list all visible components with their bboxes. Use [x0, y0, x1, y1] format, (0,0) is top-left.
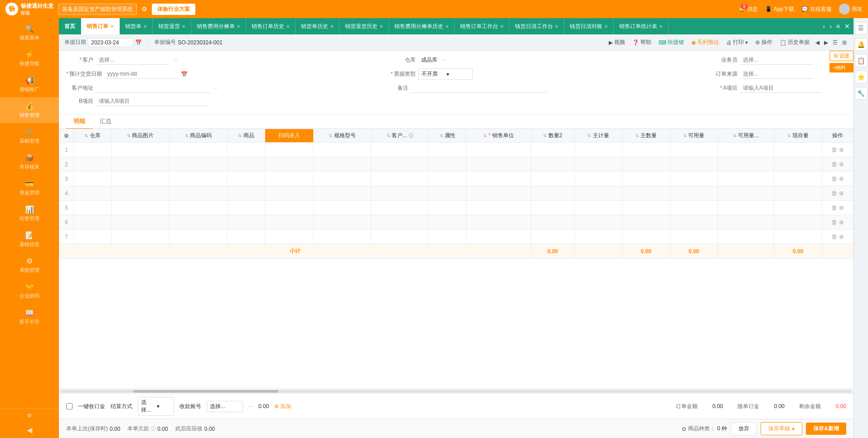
row-available2[interactable]	[718, 186, 774, 201]
add-payment-btn[interactable]: ⊕ 添加	[274, 403, 291, 410]
tab-close-stats[interactable]: ✕	[659, 24, 663, 29]
row-product[interactable]	[227, 157, 265, 172]
row-current-stock[interactable]	[774, 230, 822, 244]
system-name[interactable]: 装备及固定资产辅助管理系统	[58, 4, 137, 15]
tab-close-reconcile[interactable]: ✕	[604, 24, 608, 29]
tab-close-return-history[interactable]: ✕	[379, 24, 383, 29]
tab-close-sales-order[interactable]: ✕	[110, 24, 114, 29]
grid-view-btn[interactable]: ☰	[831, 38, 839, 47]
help-btn[interactable]: ❓ 帮助	[630, 38, 654, 47]
th-unit[interactable]: ⇅ * 销售单位	[466, 129, 531, 143]
row-attributes[interactable]	[429, 201, 466, 215]
profit-btn[interactable]: ◉ 毛利预估	[689, 38, 722, 47]
sidebar-item-sales[interactable]: 💰 销售管理	[0, 97, 59, 123]
row-scan[interactable]	[265, 172, 313, 186]
tab-sales-invoice[interactable]: 销货单 ✕	[120, 18, 153, 34]
th-current-stock[interactable]: ⇅ 现存量	[774, 129, 822, 143]
row-product-code[interactable]	[169, 157, 227, 172]
tab-invoice-history[interactable]: 销货单历史 ✕	[296, 18, 339, 34]
row-available2[interactable]	[718, 143, 774, 157]
row-customer-code[interactable]	[371, 201, 429, 215]
row-spec[interactable]	[313, 157, 371, 172]
th-available[interactable]: ⇅ 可用量	[670, 129, 718, 143]
save-new-btn[interactable]: 保存&新增	[806, 423, 846, 435]
row-delete-icon[interactable]: 🗑	[831, 190, 837, 197]
row-available2[interactable]	[718, 230, 774, 244]
row-attributes[interactable]	[429, 143, 466, 157]
row-main-qty[interactable]	[622, 201, 670, 215]
th-settings[interactable]: ⚙	[59, 129, 74, 143]
row-main-unit[interactable]	[574, 143, 622, 157]
row-current-stock[interactable]	[774, 186, 822, 201]
row-available[interactable]	[670, 172, 718, 186]
row-main-qty[interactable]	[622, 143, 670, 157]
row-scan[interactable]	[265, 186, 313, 201]
online-service-link[interactable]: 💬 在线客服	[801, 5, 832, 13]
order-source-input[interactable]	[740, 69, 814, 79]
row-copy-icon[interactable]: ⊕	[839, 204, 844, 211]
row-scan[interactable]	[265, 143, 313, 157]
row-product-code[interactable]	[169, 143, 227, 157]
discard-btn[interactable]: 放弃	[731, 422, 757, 435]
payment-method-select[interactable]: 选择... ▾	[138, 397, 174, 416]
tab-close-all-btn[interactable]: ✕	[843, 22, 852, 31]
row-attributes[interactable]	[429, 157, 466, 172]
row-copy-icon[interactable]: ⊕	[839, 219, 844, 226]
save-draft-btn[interactable]: 保存草稿 ▾	[761, 422, 802, 435]
warehouse-dots[interactable]: ···	[442, 58, 446, 63]
row-product[interactable]	[227, 186, 265, 201]
right-panel-icon-3[interactable]: 📋	[855, 54, 868, 67]
row-current-stock[interactable]	[774, 157, 822, 172]
sidebar-item-basic-info[interactable]: 📝 基础信息	[0, 226, 59, 252]
row-qty2[interactable]	[531, 157, 575, 172]
row-spec[interactable]	[313, 143, 371, 157]
row-available[interactable]	[670, 201, 718, 215]
scrollbar-thumb[interactable]	[133, 390, 278, 393]
scrollbar-area[interactable]	[59, 389, 853, 394]
tab-home[interactable]: 首页	[59, 18, 81, 34]
row-product-code[interactable]	[169, 201, 227, 215]
project-a-input[interactable]	[740, 83, 822, 93]
row-available[interactable]	[670, 186, 718, 201]
tab-close-sales-invoice[interactable]: ✕	[143, 24, 147, 29]
th-spec[interactable]: ⇅ 规格型号	[313, 129, 371, 143]
address-input[interactable]	[96, 83, 209, 93]
row-delete-icon[interactable]: 🗑	[831, 146, 837, 153]
row-copy-icon[interactable]: ⊕	[839, 233, 844, 240]
tab-close-sales-return[interactable]: ✕	[182, 24, 185, 29]
row-unit[interactable]	[466, 186, 531, 201]
tab-close-order-workbench[interactable]: ✕	[500, 24, 504, 29]
tab-close-invoice-history[interactable]: ✕	[330, 24, 334, 29]
row-delete-icon[interactable]: 🗑	[831, 175, 837, 182]
row-product-img[interactable]	[112, 186, 170, 201]
history-btn[interactable]: 📋 历史单据	[777, 38, 812, 47]
row-main-unit[interactable]	[574, 186, 622, 201]
row-unit[interactable]	[466, 230, 531, 244]
row-available2[interactable]	[718, 201, 774, 215]
row-attributes[interactable]	[429, 172, 466, 186]
row-current-stock[interactable]	[774, 143, 822, 157]
th-scan[interactable]: 扫码录入	[265, 129, 313, 143]
row-customer-code[interactable]	[371, 157, 429, 172]
row-copy-icon[interactable]: ⊕	[839, 175, 844, 182]
sidebar-item-quicknav[interactable]: ⚡ 快捷导航	[0, 46, 59, 72]
date-input[interactable]	[88, 38, 133, 47]
tab-list-btn[interactable]: ≡	[834, 22, 842, 31]
row-customer-code[interactable]	[371, 172, 429, 186]
sidebar-item-search[interactable]: 🔍 搜索菜单	[0, 20, 59, 46]
th-product-img[interactable]: ⇅ 商品图片	[112, 129, 170, 143]
row-attributes[interactable]	[429, 230, 466, 244]
date-calendar-icon[interactable]: 📅	[135, 39, 142, 46]
row-product[interactable]	[227, 230, 265, 244]
row-current-stock[interactable]	[774, 172, 822, 186]
row-spec[interactable]	[313, 172, 371, 186]
row-product-code[interactable]	[169, 215, 227, 230]
row-scan[interactable]	[265, 215, 313, 230]
row-customer-code[interactable]	[371, 230, 429, 244]
tab-summary[interactable]: 汇总	[92, 115, 119, 128]
row-available[interactable]	[670, 157, 718, 172]
row-warehouse[interactable]	[74, 215, 112, 230]
tab-close-order-history[interactable]: ✕	[286, 24, 290, 29]
row-spec[interactable]	[313, 215, 371, 230]
add-item-btn[interactable]: +物料	[829, 63, 853, 72]
